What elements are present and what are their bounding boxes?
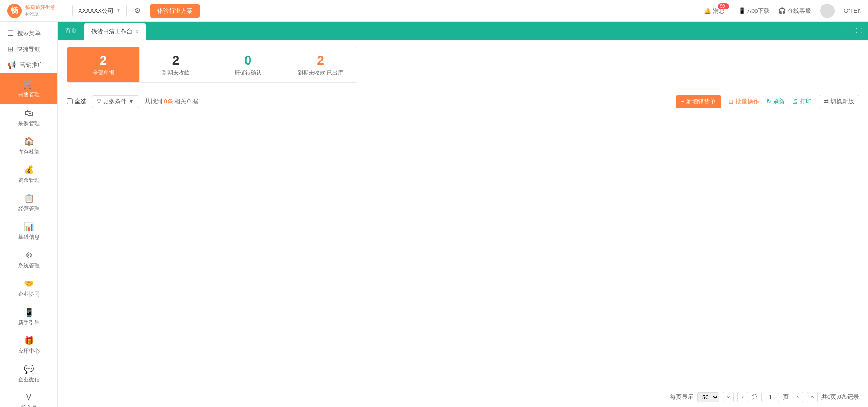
company-selector[interactable]: XXXXXX公司 ▼ [72,5,127,17]
sidebar: ☰ 搜索菜单 ⊞ 快捷导航 📢 营销推广 🛒 销售管理 🛍 采购管理 🏠 库存核… [0,22,58,407]
stat-card-pending[interactable]: 0 旺铺待确认 [212,47,284,82]
stats-cards: 2 全部单据 2 到期未收款 0 旺铺待确认 2 到期未收款 已出库 [67,47,357,83]
system-icon: ⚙ [25,250,33,260]
logo-badge: 标准版 [25,11,55,17]
sidebar-item-finance[interactable]: 💰 资金管理 [0,160,57,189]
user-name: OfTEn [844,7,861,14]
tab-close-button[interactable]: × [135,28,138,35]
company-name: XXXXXX公司 [78,7,113,15]
table-area [58,113,868,387]
stat-number-shipped: 2 [293,53,348,68]
first-page-button[interactable]: « [723,392,734,402]
stat-label-shipped: 到期未收款 已出库 [293,69,348,77]
last-page-button[interactable]: » [807,392,818,402]
logo-area: 畅 畅捷通好生意 标准版 [7,4,65,18]
basic-info-icon: 📊 [24,222,34,232]
switch-icon: ⇄ [824,98,829,105]
online-service-label: 在线客服 [788,7,811,15]
tab-expand-button[interactable]: ⛶ [854,25,864,36]
add-sale-order-button[interactable]: + 新增销货单 [676,95,721,108]
refresh-button[interactable]: ↻ 刷新 [766,98,785,106]
tab-minimize-button[interactable]: − [839,25,850,36]
chevron-down-icon: ▼ [128,98,134,105]
batch-icon: ⊞ [728,98,734,105]
result-text: 共找到 0条 相关单据 [145,98,198,106]
page-number-input[interactable] [761,393,779,402]
headset-icon: 🎧 [778,7,786,14]
enterprise-icon: 🤝 [24,279,34,289]
sidebar-item-quick-nav[interactable]: ⊞ 快捷导航 [0,41,57,57]
app-center-icon: 🎁 [24,336,34,346]
sales-icon: 🛒 [23,78,34,89]
print-button[interactable]: 🖨 打印 [792,98,811,106]
stat-label-pending: 旺铺待确认 [221,69,275,77]
stat-label-all: 全部单据 [76,69,130,77]
sidebar-item-inventory[interactable]: 🏠 库存核算 [0,132,57,160]
stat-card-overdue[interactable]: 2 到期未收款 [140,47,212,82]
page-content: 2 全部单据 2 到期未收款 0 旺铺待确认 2 到期未收款 已出库 [58,40,868,407]
pagination-bar: 每页显示 50 « ‹ 第 页 › » 共0页,0条记录 [58,387,868,407]
wechat-icon: 💬 [24,364,34,374]
stat-label-overdue: 到期未收款 [149,69,203,77]
beginner-icon: 📱 [24,307,34,317]
compass-icon: ⊞ [7,45,13,53]
sidebar-item-search-menu[interactable]: ☰ 搜索菜单 [0,25,57,41]
result-count: 0条 [164,98,173,105]
refresh-icon: ↻ [766,98,771,105]
sidebar-item-app-center[interactable]: 🎁 应用中心 [0,331,57,360]
main-layout: ☰ 搜索菜单 ⊞ 快捷导航 📢 营销推广 🛒 销售管理 🛍 采购管理 🏠 库存核… [0,22,868,407]
toolbar-right: + 新增销货单 ⊞ 批量操作 ↻ 刷新 🖨 打印 ⇄ [676,95,859,108]
message-badge: 99+ [718,3,729,9]
sidebar-item-system[interactable]: ⚙ 系统管理 [0,246,57,274]
page-label-suffix: 页 [783,393,789,401]
next-page-button[interactable]: › [793,392,803,402]
sidebar-item-member[interactable]: V 畅会员 [0,388,57,407]
print-icon: 🖨 [792,98,798,105]
trial-button[interactable]: 体验行业方案 [150,4,200,18]
all-checkbox-input[interactable] [67,98,73,104]
logo-text: 畅捷通好生意 [25,4,55,10]
sidebar-item-beginner[interactable]: 📱 新手引导 [0,303,57,331]
marketing-icon: 📢 [7,61,16,69]
sidebar-item-operations[interactable]: 📋 经营管理 [0,189,57,217]
message-button[interactable]: 🔔 消息 99+ [704,7,725,15]
prev-page-button[interactable]: ‹ [737,392,748,402]
total-info: 共0页,0条记录 [821,393,859,401]
sidebar-item-enterprise[interactable]: 🤝 企业协同 [0,274,57,303]
select-all-label: 全选 [75,98,86,106]
app-download-label: App下载 [747,7,769,15]
inventory-icon: 🏠 [24,136,34,146]
sidebar-item-marketing[interactable]: 📢 营销推广 [0,57,57,73]
stat-number-pending: 0 [221,53,275,68]
stat-card-shipped[interactable]: 2 到期未收款 已出库 [284,47,357,82]
sidebar-item-purchase[interactable]: 🛍 采购管理 [0,104,57,132]
stat-card-all[interactable]: 2 全部单据 [67,47,140,82]
avatar[interactable] [820,4,835,18]
sidebar-item-wechat[interactable]: 💬 企业微信 [0,360,57,388]
stat-number-all: 2 [76,53,130,68]
operations-icon: 📋 [24,193,34,203]
top-header: 畅 畅捷通好生意 标准版 XXXXXX公司 ▼ ⚙ 体验行业方案 🔔 消息 99… [0,0,868,22]
select-all-checkbox[interactable]: 全选 [67,98,86,106]
page-size-select[interactable]: 50 [697,392,719,402]
sidebar-item-sales[interactable]: 🛒 销售管理 [0,73,57,104]
online-service-button[interactable]: 🎧 在线客服 [778,7,811,15]
tab-home[interactable]: 首页 [58,22,84,40]
toolbar: 全选 ▽ 更多条件 ▼ 共找到 0条 相关单据 + 新增销货单 ⊞ 批量操作 [58,90,868,113]
member-icon: V [26,393,31,402]
filter-label: 更多条件 [103,98,127,106]
purchase-icon: 🛍 [25,108,33,118]
app-download-button[interactable]: 📱 App下载 [738,7,769,15]
settings-button[interactable]: ⚙ [130,4,145,18]
sidebar-item-basic-info[interactable]: 📊 基础信息 [0,217,57,246]
more-filter-button[interactable]: ▽ 更多条件 ▼ [92,95,139,108]
dropdown-arrow-icon: ▼ [116,8,121,13]
page-size-label: 每页显示 [670,393,693,401]
logo-icon: 畅 [7,4,22,18]
main-content: 首页 钱货日清工作台 × − ⛶ 2 全部单据 [58,22,868,407]
batch-operation-button[interactable]: ⊞ 批量操作 [728,98,759,106]
tab-workbench[interactable]: 钱货日清工作台 × [84,23,146,40]
tab-bar: 首页 钱货日清工作台 × − ⛶ [58,22,868,40]
stat-number-overdue: 2 [149,53,203,68]
switch-version-button[interactable]: ⇄ 切换新版 [819,95,859,108]
